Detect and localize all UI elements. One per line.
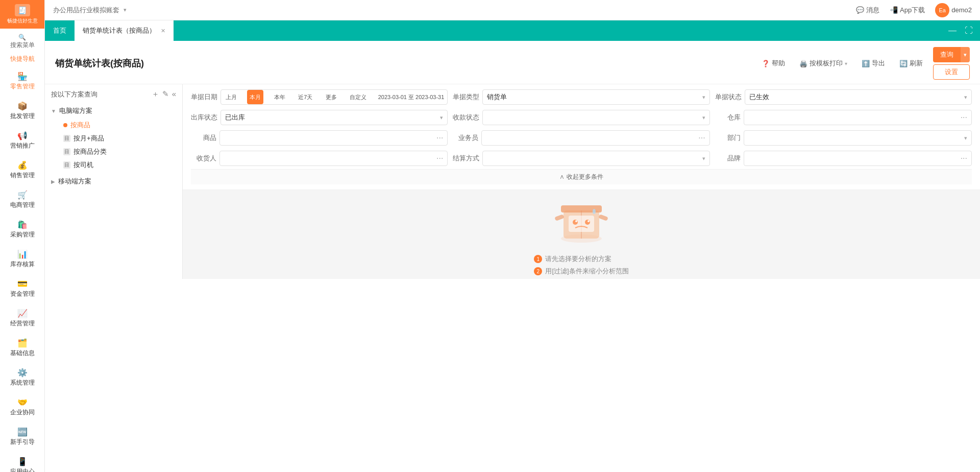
hint-num-1: 1 xyxy=(534,255,542,263)
avatar: Ea xyxy=(935,3,949,17)
filter-cell-settlement: 结算方式 ▾ xyxy=(453,151,709,166)
filter-main: 单据日期 上月 本月 本年 近7天 更多 自定义 2023-03-01 至 20… xyxy=(183,84,980,279)
sidebar-item-system[interactable]: ⚙️ 系统管理 xyxy=(0,363,44,392)
sidebar-item-basic[interactable]: 🗂️ 基础信息 xyxy=(0,333,44,363)
message-btn[interactable]: 💬 消息 xyxy=(856,6,879,15)
tree-item-driver[interactable]: 目 按司机 xyxy=(45,158,182,172)
brand-field[interactable]: ··· xyxy=(744,151,972,166)
tab-home[interactable]: 首页 xyxy=(45,20,75,41)
left-panel-header: 按以下方案查询 ＋ ✎ « xyxy=(45,89,182,103)
filter-cell-doc-type: 单据类型 销货单 ▾ xyxy=(453,89,709,105)
sidebar-item-operations[interactable]: 📈 经营管理 xyxy=(0,303,44,333)
collapse-panel-icon[interactable]: « xyxy=(172,89,176,99)
tab-close-icon[interactable]: ✕ xyxy=(161,28,165,34)
doc-status-field[interactable]: 已生效 ▾ xyxy=(745,89,972,105)
out-status-chevron-icon: ▾ xyxy=(440,114,443,121)
app-download-btn[interactable]: 📲 App下载 xyxy=(890,6,925,15)
sidebar-item-sales[interactable]: 💰 销售管理 xyxy=(0,155,44,185)
dept-field[interactable]: ▾ xyxy=(744,130,972,146)
retail-icon: 🏪 xyxy=(17,72,28,81)
sidebar-item-capital[interactable]: 💳 资金管理 xyxy=(0,274,44,303)
filter-cell-doc-status: 单据状态 已生效 ▾ xyxy=(715,89,972,105)
message-icon: 💬 xyxy=(856,6,864,14)
tree-item-month-product[interactable]: 目 按月+商品 xyxy=(45,132,182,145)
svg-point-6 xyxy=(585,220,590,225)
product-dots-icon[interactable]: ··· xyxy=(436,133,443,143)
sidebar-item-appcenter[interactable]: 📱 应用中心 xyxy=(0,452,44,472)
tree-item-category[interactable]: 目 按商品分类 xyxy=(45,145,182,158)
doc-type-chevron-icon: ▾ xyxy=(702,94,705,101)
tree-parent-desktop[interactable]: ▼ 电脑端方案 xyxy=(45,103,182,119)
tab-maximize-icon[interactable]: ⛶ xyxy=(962,23,976,38)
sidebar-item-wholesale[interactable]: 📦 批发管理 xyxy=(0,96,44,126)
product-field[interactable]: ··· xyxy=(219,130,448,146)
print-btn[interactable]: 🖨️ 按模板打印 ▾ xyxy=(795,57,851,70)
warehouse-dots-icon[interactable]: ··· xyxy=(961,113,967,122)
warehouse-field[interactable]: ··· xyxy=(744,110,972,125)
help-btn[interactable]: ❓ 帮助 xyxy=(757,57,789,70)
tree-item-by-product[interactable]: 按商品 xyxy=(45,119,182,132)
sidebar-item-retail[interactable]: 🏪 零售管理 xyxy=(0,66,44,96)
filter-cell-date: 单据日期 上月 本月 本年 近7天 更多 自定义 2023-03-01 至 20… xyxy=(191,89,448,105)
date-field[interactable]: 上月 本月 本年 近7天 更多 自定义 2023-03-01 至 2023-03… xyxy=(220,89,448,105)
add-plan-icon[interactable]: ＋ xyxy=(152,89,159,99)
sidebar-quick-nav[interactable]: 快捷导航 xyxy=(0,53,44,66)
procurement-icon: 🛍️ xyxy=(17,220,28,229)
doc-status-chevron-icon: ▾ xyxy=(964,94,967,101)
marketing-icon: 📢 xyxy=(17,131,28,140)
date-custom-btn[interactable]: 自定义 xyxy=(347,90,369,104)
svg-point-5 xyxy=(573,220,578,225)
settlement-field[interactable]: ▾ xyxy=(482,151,709,166)
brand-dots-icon[interactable]: ··· xyxy=(961,154,967,163)
svg-point-11 xyxy=(593,209,596,214)
tab-minimize-icon[interactable]: — xyxy=(945,23,960,38)
refresh-btn[interactable]: 🔄 刷新 xyxy=(895,57,927,70)
payment-field[interactable]: ▾ xyxy=(482,110,709,125)
query-btn[interactable]: 查询 xyxy=(933,47,961,62)
sidebar-search[interactable]: 🔍 搜索菜单 xyxy=(0,29,44,53)
doc-type-field[interactable]: 销货单 ▾ xyxy=(482,89,709,105)
receiver-dots-icon[interactable]: ··· xyxy=(436,154,443,163)
date-label: 单据日期 xyxy=(191,92,217,102)
top-header-left: 办公用品行业模拟账套 ▾ xyxy=(53,6,127,15)
date-this-year-btn[interactable]: 本年 xyxy=(272,90,288,104)
dept-chevron-icon: ▾ xyxy=(964,135,967,141)
filter-cell-receiver: 收货人 ··· xyxy=(191,151,448,166)
dept-label: 部门 xyxy=(715,133,741,143)
page-actions: ❓ 帮助 🖨️ 按模板打印 ▾ ⬆️ 导出 🔄 刷新 xyxy=(757,47,970,80)
date-more-btn[interactable]: 更多 xyxy=(323,90,339,104)
export-btn[interactable]: ⬆️ 导出 xyxy=(857,57,889,70)
system-icon: ⚙️ xyxy=(17,368,28,377)
sidebar-item-marketing[interactable]: 📢 营销推广 xyxy=(0,126,44,155)
tree-parent-mobile[interactable]: ▶ 移动端方案 xyxy=(45,174,182,189)
svg-rect-9 xyxy=(554,214,565,221)
filter-section: 单据日期 上月 本月 本年 近7天 更多 自定义 2023-03-01 至 20… xyxy=(183,84,980,190)
sidebar-item-ecommerce[interactable]: 🛒 电商管理 xyxy=(0,185,44,215)
receiver-field[interactable]: ··· xyxy=(219,151,448,166)
filter-cell-dept: 部门 ▾ xyxy=(715,130,972,146)
out-status-field[interactable]: 已出库 ▾ xyxy=(220,110,448,125)
user-avatar-btn[interactable]: Ea demo2 xyxy=(935,3,972,17)
tab-sales-stat[interactable]: 销货单统计表（按商品） ✕ xyxy=(75,20,174,41)
tree-expand-icon: ▼ xyxy=(51,108,56,114)
edit-plan-icon[interactable]: ✎ xyxy=(162,89,169,99)
hint-1: 1 请先选择要分析的方案 xyxy=(534,254,628,264)
date-this-month-btn[interactable]: 本月 xyxy=(247,90,263,104)
sidebar-item-enterprise[interactable]: 🤝 企业协同 xyxy=(0,392,44,422)
salesman-field[interactable]: ··· xyxy=(481,130,709,146)
doc-type-label: 单据类型 xyxy=(453,92,479,102)
svg-point-8 xyxy=(587,220,590,222)
sidebar-item-procurement[interactable]: 🛍️ 采购管理 xyxy=(0,215,44,244)
filter-cell-warehouse: 仓库 ··· xyxy=(715,110,972,125)
sidebar-item-inventory[interactable]: 📊 库存核算 xyxy=(0,244,44,274)
query-arrow-btn[interactable]: ▾ xyxy=(961,47,970,62)
collapse-bar[interactable]: ∧ 收起更多条件 xyxy=(191,169,972,184)
sidebar-item-newguide[interactable]: 🆕 新手引导 xyxy=(0,422,44,452)
date-last-month-btn[interactable]: 上月 xyxy=(223,90,239,104)
hint-num-2: 2 xyxy=(534,267,542,275)
filter-cell-brand: 品牌 ··· xyxy=(715,151,972,166)
left-panel-icons: ＋ ✎ « xyxy=(152,89,176,99)
date-last7-btn[interactable]: 近7天 xyxy=(296,90,315,104)
salesman-dots-icon[interactable]: ··· xyxy=(698,133,705,143)
settings-btn[interactable]: 设置 xyxy=(933,64,970,80)
